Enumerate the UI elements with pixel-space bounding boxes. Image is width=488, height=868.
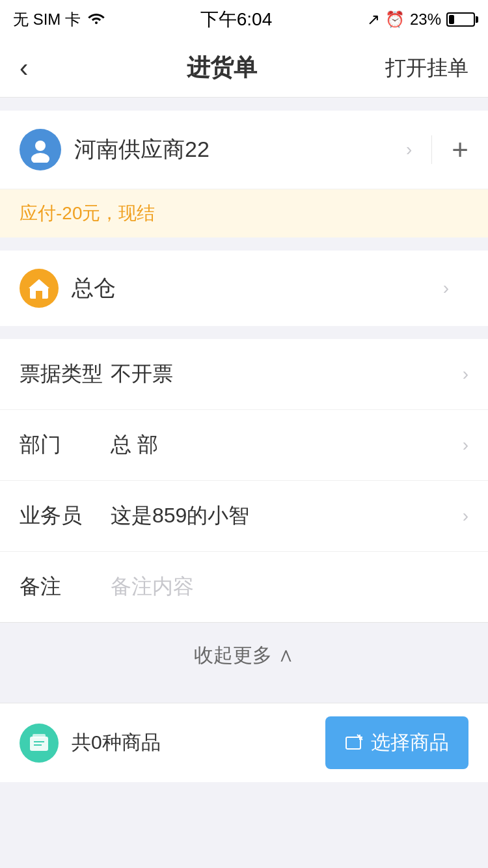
svg-point-1 [31,153,49,163]
supplier-section: 河南供应商22 › + 应付-20元，现结 [0,111,488,237]
salesperson-label: 业务员 [20,502,111,530]
warehouse-name: 总仓 [72,273,443,303]
page-title: 进货单 [187,52,257,84]
status-bar-right: ↗ ⏰ 23% [367,10,475,29]
battery-icon [446,12,475,27]
warehouse-chevron-icon: › [443,278,449,299]
select-product-button[interactable]: 选择商品 [325,716,468,769]
svg-point-0 [35,141,46,151]
form-section: 票据类型 不开票 › 部门 总 部 › 业务员 这是859的小智 › 备注 备注… [0,339,488,688]
section-divider-2 [0,237,488,251]
remark-input[interactable]: 备注内容 [111,573,468,601]
back-button[interactable]: ‹ [20,53,59,83]
product-count-icon [20,724,59,763]
svg-rect-5 [30,737,48,751]
remark-row[interactable]: 备注 备注内容 [0,551,488,622]
invoice-type-row[interactable]: 票据类型 不开票 › [0,339,488,409]
wifi-icon [87,10,105,29]
section-divider-4 [0,688,488,701]
department-row[interactable]: 部门 总 部 › [0,409,488,480]
nav-bar: ‹ 进货单 打开挂单 [0,39,488,98]
svg-rect-4 [36,291,42,299]
supplier-alert: 应付-20元，现结 [0,189,488,237]
svg-rect-9 [346,737,360,749]
select-product-label: 选择商品 [371,729,449,756]
svg-rect-6 [33,734,46,738]
product-count-text: 共0种商品 [72,729,325,756]
status-bar-left: 无 SIM 卡 [13,9,105,30]
invoice-type-label: 票据类型 [20,360,111,388]
invoice-type-value: 不开票 [111,360,463,388]
remark-label: 备注 [20,573,111,601]
department-chevron-icon: › [463,435,468,455]
department-label: 部门 [20,431,111,459]
battery-percent: 23% [410,10,441,29]
section-divider-3 [0,326,488,339]
sim-text: 无 SIM 卡 [13,9,81,30]
open-pending-button[interactable]: 打开挂单 [385,54,468,83]
salesperson-chevron-icon: › [463,506,468,526]
svg-marker-3 [29,279,49,288]
supplier-chevron-icon: › [406,139,412,160]
salesperson-row[interactable]: 业务员 这是859的小智 › [0,480,488,551]
section-divider-1 [0,98,488,111]
warehouse-icon [20,269,59,308]
salesperson-value: 这是859的小智 [111,502,463,530]
supplier-name: 河南供应商22 [74,135,406,165]
supplier-row[interactable]: 河南供应商22 › + [0,111,488,189]
bottom-bar: 共0种商品 选择商品 [0,703,488,782]
warehouse-section: 总仓 › [0,251,488,326]
invoice-type-chevron-icon: › [463,364,468,385]
collapse-button[interactable]: 收起更多 ∧ [0,622,488,688]
warehouse-row[interactable]: 总仓 › [0,251,488,326]
alarm-icon: ⏰ [385,10,405,29]
location-icon: ↗ [367,10,380,29]
department-value: 总 部 [111,431,463,459]
supplier-avatar [20,129,61,170]
vertical-divider [431,135,432,164]
status-bar-time: 下午6:04 [200,7,273,32]
add-supplier-button[interactable]: + [452,133,468,166]
status-bar: 无 SIM 卡 下午6:04 ↗ ⏰ 23% [0,0,488,39]
